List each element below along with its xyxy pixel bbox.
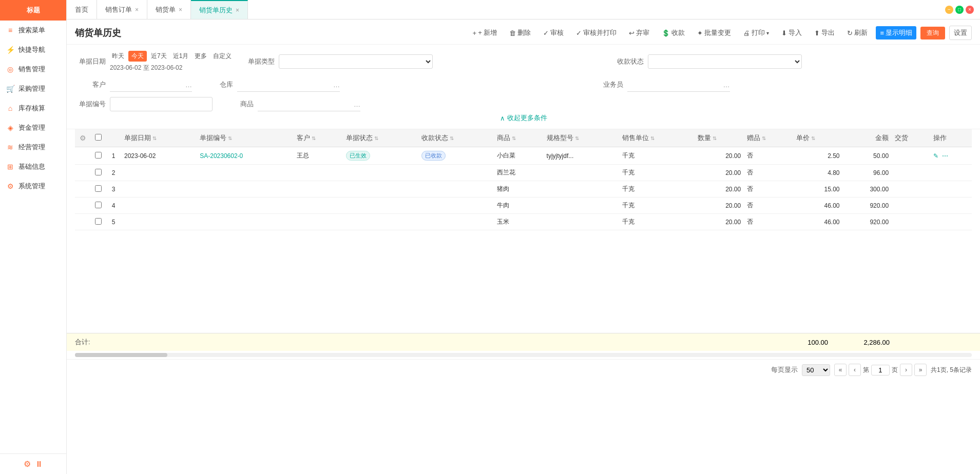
table-settings-icon[interactable]: ⚙ <box>80 134 86 142</box>
collapse-filter-btn[interactable]: ∧ 收起更多条件 <box>75 113 972 123</box>
doc-type-label: 单据类型 <box>244 57 275 66</box>
sidebar-item-purchase-mgmt[interactable]: 🛒 采购管理 <box>0 79 66 98</box>
sidebar-item-label: 经营管理 <box>18 143 45 152</box>
page-input[interactable] <box>871 365 890 376</box>
abandon-button[interactable]: ↩ 弃审 <box>625 26 654 40</box>
row-checkbox[interactable] <box>95 152 102 159</box>
row-checkbox[interactable] <box>95 169 102 175</box>
page-next-btn[interactable]: › <box>900 364 912 376</box>
new-button[interactable]: + + 新增 <box>469 26 502 40</box>
tab-sales-delivery-close[interactable]: × <box>179 6 182 13</box>
batch-change-button[interactable]: ✦ 批量变更 <box>693 26 735 40</box>
sidebar-footer-icon2[interactable]: ⏸ <box>35 460 43 469</box>
sidebar-item-search-menu[interactable]: ≡ 搜索菜单 <box>0 21 66 40</box>
sidebar-footer-icon1[interactable]: ⚙ <box>24 459 31 469</box>
sort-unit-price[interactable]: 单价 ⇅ <box>796 133 839 143</box>
export-button[interactable]: ⬆ 导出 <box>810 26 839 40</box>
col-doc-no[interactable]: 单据编号 ⇅ <box>197 129 294 147</box>
win-close-btn[interactable]: × <box>966 6 974 14</box>
sort-collect-status[interactable]: 收款状态 ⇅ <box>421 133 491 143</box>
sort-customer[interactable]: 客户 ⇅ <box>297 133 340 143</box>
import-button[interactable]: ⬇ 导入 <box>777 26 806 40</box>
col-qty[interactable]: 数量 ⇅ <box>695 129 744 147</box>
sidebar-item-inventory[interactable]: ⌂ 库存核算 <box>0 98 66 118</box>
scrollbar-track <box>75 353 972 357</box>
sort-doc-no[interactable]: 单据编号 ⇅ <box>200 133 291 143</box>
page-first-btn[interactable]: « <box>834 364 847 376</box>
col-transaction-label: 交货 <box>895 134 908 142</box>
goods-dots[interactable]: … <box>354 101 360 108</box>
goods-input[interactable] <box>258 97 360 111</box>
date-tab-1month[interactable]: 近1月 <box>171 51 191 62</box>
doc-no-link[interactable]: SA-20230602-0 <box>200 152 243 160</box>
sidebar-item-label: 快捷导航 <box>18 45 45 54</box>
customer-dots[interactable]: … <box>185 81 192 89</box>
date-tab-today[interactable]: 今天 <box>128 51 147 62</box>
collect-status-select[interactable] <box>648 54 802 69</box>
col-gift[interactable]: 赠品 ⇅ <box>744 129 793 147</box>
tab-sales-history-close[interactable]: × <box>236 7 239 14</box>
col-unit[interactable]: 销售单位 ⇅ <box>619 129 695 147</box>
page-prev-btn[interactable]: ‹ <box>849 364 861 376</box>
col-spec[interactable]: 规格型号 ⇅ <box>544 129 619 147</box>
page-size-select[interactable]: 50 100 <box>802 364 830 376</box>
row-goods: 小白菜 <box>494 147 543 165</box>
row-checkbox[interactable] <box>95 218 102 225</box>
col-doc-date[interactable]: 单据日期 ⇅ <box>121 129 197 147</box>
sidebar-item-quick-nav[interactable]: ⚡ 快捷导航 <box>0 40 66 60</box>
tab-sales-order-close[interactable]: × <box>135 6 139 13</box>
salesperson-input[interactable] <box>627 77 730 92</box>
page-last-btn[interactable]: » <box>914 364 927 376</box>
sidebar-item-basic-info[interactable]: ⊞ 基础信息 <box>0 157 66 176</box>
win-maximize-btn[interactable]: □ <box>955 6 964 14</box>
row-checkbox[interactable] <box>95 202 102 208</box>
date-tab-more[interactable]: 更多 <box>193 51 209 62</box>
select-all-checkbox[interactable] <box>95 134 102 141</box>
horizontal-scrollbar[interactable] <box>67 351 980 359</box>
date-tab-custom[interactable]: 自定义 <box>211 51 234 62</box>
sort-unit[interactable]: 销售单位 ⇅ <box>622 133 691 143</box>
sort-goods[interactable]: 商品 ⇅ <box>497 133 540 143</box>
date-tab-yesterday[interactable]: 昨天 <box>110 51 126 62</box>
col-unit-price[interactable]: 单价 ⇅ <box>793 129 842 147</box>
delete-button[interactable]: 🗑 删除 <box>505 26 535 40</box>
warehouse-dots[interactable]: … <box>333 81 340 89</box>
edit-action-link[interactable]: ✎ <box>933 152 938 160</box>
col-customer[interactable]: 客户 ⇅ <box>294 129 343 147</box>
sort-doc-date[interactable]: 单据日期 ⇅ <box>124 133 194 143</box>
scrollbar-thumb[interactable] <box>75 353 167 357</box>
sidebar-item-ops-mgmt[interactable]: ≋ 经营管理 <box>0 137 66 157</box>
col-collect-status[interactable]: 收款状态 ⇅ <box>418 129 494 147</box>
sort-qty[interactable]: 数量 ⇅ <box>698 133 741 143</box>
refresh-button[interactable]: ↻ 刷新 <box>843 26 872 40</box>
sidebar-item-sys-mgmt[interactable]: ⚙ 系统管理 <box>0 176 66 196</box>
customer-input[interactable] <box>110 77 192 92</box>
doc-type-select[interactable] <box>279 54 433 69</box>
show-details-button[interactable]: ≡ 显示明细 <box>876 26 916 40</box>
sidebar-item-sales-mgmt[interactable]: ◎ 销售管理 <box>0 60 66 79</box>
print-button[interactable]: 🖨 打印 ▾ <box>739 26 773 40</box>
audit-print-button[interactable]: ✓ 审核并打印 <box>572 26 621 40</box>
col-goods[interactable]: 商品 ⇅ <box>494 129 543 147</box>
tab-sales-history[interactable]: 销货单历史 × <box>191 0 248 19</box>
warehouse-input[interactable] <box>237 77 340 92</box>
sort-gift[interactable]: 赠品 ⇅ <box>747 133 790 143</box>
col-doc-status[interactable]: 单据状态 ⇅ <box>343 129 418 147</box>
sort-doc-status[interactable]: 单据状态 ⇅ <box>346 133 415 143</box>
settings-button[interactable]: 设置 <box>949 26 972 40</box>
tab-home[interactable]: 首页 <box>67 0 97 19</box>
collect-button[interactable]: 💲 收款 <box>658 26 689 40</box>
query-button[interactable]: 查询 <box>920 27 945 40</box>
sort-spec[interactable]: 规格型号 ⇅ <box>547 133 616 143</box>
tab-sales-order[interactable]: 销售订单 × <box>97 0 147 19</box>
sort-icon: ⇅ <box>713 135 717 141</box>
tab-sales-delivery[interactable]: 销货单 × <box>147 0 191 19</box>
sidebar-item-fund-mgmt[interactable]: ◈ 资金管理 <box>0 118 66 137</box>
audit-button[interactable]: ✓ 审核 <box>539 26 568 40</box>
more-action-link[interactable]: ⋯ <box>942 152 948 160</box>
win-minimize-btn[interactable]: − <box>945 6 953 14</box>
salesperson-dots[interactable]: … <box>723 81 730 89</box>
row-checkbox[interactable] <box>95 185 102 192</box>
doc-no-input[interactable] <box>110 97 213 111</box>
date-tab-7days[interactable]: 近7天 <box>149 51 169 62</box>
